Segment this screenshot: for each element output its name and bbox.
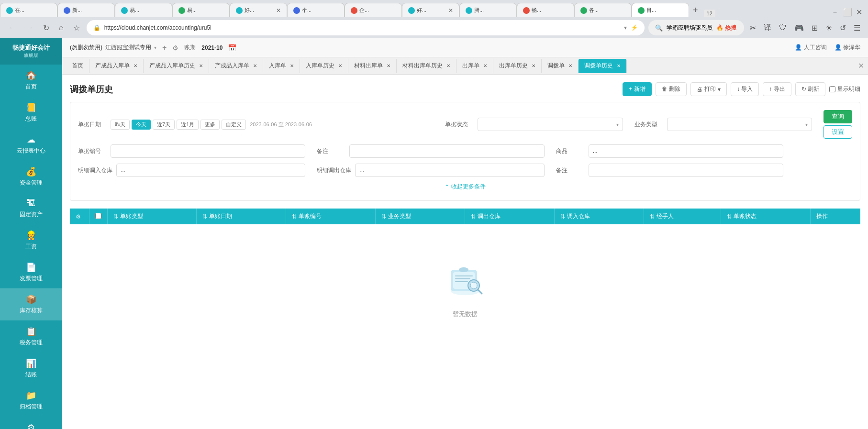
- collapse-button[interactable]: ⌃ 收起更多条件: [443, 181, 488, 193]
- date-btn-today[interactable]: 今天: [132, 120, 151, 130]
- scissors-icon[interactable]: ✂: [748, 22, 758, 34]
- home-button[interactable]: ⌂: [56, 22, 67, 34]
- add-company-button[interactable]: +: [162, 44, 167, 52]
- col-doc-no[interactable]: ⇅ 单账编号: [286, 209, 376, 224]
- export-button[interactable]: ↑ 导出: [763, 82, 791, 96]
- tab-transfer[interactable]: 调拨单 ✕: [542, 59, 579, 73]
- browser-tab-1[interactable]: 在...: [0, 3, 57, 17]
- game-icon[interactable]: 🎮: [792, 22, 806, 34]
- tab-in-hist[interactable]: 入库单历史 ✕: [300, 59, 348, 73]
- query-button[interactable]: 查询: [823, 110, 852, 123]
- minimize-button[interactable]: －: [831, 7, 839, 17]
- tab-out-hist[interactable]: 出库单历史 ✕: [493, 59, 542, 73]
- tab-close-in[interactable]: ✕: [290, 63, 294, 68]
- close-browser-button[interactable]: ✕: [856, 8, 862, 17]
- browser-tab-6[interactable]: 个...: [287, 3, 345, 17]
- tab-close-material-out[interactable]: ✕: [387, 63, 390, 68]
- delete-button[interactable]: 🗑 删除: [656, 82, 687, 96]
- company-settings-icon[interactable]: ⚙: [172, 44, 178, 52]
- tab-close-material-out-hist[interactable]: ✕: [446, 63, 450, 68]
- tab-material-out-hist[interactable]: 材料出库单历史 ✕: [397, 59, 456, 73]
- refresh-browser-button[interactable]: ↻: [40, 22, 52, 34]
- sidebar-item-ledger[interactable]: 📒 总账: [0, 97, 62, 129]
- sidebar-item-inventory[interactable]: 📦 库存核算: [0, 288, 62, 320]
- company-selector[interactable]: (勿删勿禁用) 江西服宝测试专用 ▾: [70, 44, 156, 52]
- grid-icon[interactable]: ⊞: [810, 22, 820, 34]
- forward-button[interactable]: →: [23, 22, 36, 34]
- browser-tab-12[interactable]: 目...: [632, 3, 689, 17]
- help-button[interactable]: 👤 人工咨询: [795, 44, 826, 52]
- display-toggle-checkbox[interactable]: [829, 86, 835, 92]
- tab-material-out[interactable]: 材料出库单 ✕: [348, 59, 397, 73]
- select-all-checkbox[interactable]: [95, 213, 101, 219]
- refresh-button[interactable]: ↻ 刷新: [795, 82, 825, 96]
- col-biz-type[interactable]: ⇅ 业务类型: [376, 209, 465, 224]
- menu-icon[interactable]: ☰: [852, 22, 862, 34]
- browser-tab-8[interactable]: 好... ✕: [402, 3, 459, 17]
- sidebar-item-payroll[interactable]: 👷 工资: [0, 224, 62, 256]
- biz-type-filter-select[interactable]: ▾: [667, 118, 812, 131]
- shield-icon[interactable]: 🛡: [777, 22, 789, 34]
- tab-close-transfer-hist[interactable]: ✕: [617, 63, 621, 68]
- tab-close-product-in2[interactable]: ✕: [253, 63, 257, 68]
- new-button[interactable]: + 新增: [623, 82, 651, 96]
- search-bar[interactable]: 🔍 学霸应聘场驱鸟员 🔥 热搜: [648, 20, 744, 35]
- date-btn-custom[interactable]: 自定义: [222, 120, 246, 130]
- detail-in-filter-select[interactable]: ...: [116, 164, 305, 177]
- tab-close-product-in[interactable]: ✕: [134, 63, 137, 68]
- user-avatar[interactable]: 👤 徐泽华: [835, 44, 860, 52]
- close-all-tabs-button[interactable]: ✕: [858, 61, 864, 70]
- col-handler[interactable]: ⇅ 经手人: [644, 209, 721, 224]
- address-box[interactable]: 🔒 https://cloud.chanjet.com/accounting/u…: [87, 20, 645, 35]
- tab-close-5[interactable]: ✕: [276, 7, 281, 14]
- date-btn-7days[interactable]: 近7天: [153, 120, 175, 130]
- status-filter-select[interactable]: ▾: [478, 118, 623, 131]
- print-button[interactable]: 🖨 打印 ▾: [690, 82, 727, 96]
- settings-filter-button[interactable]: 设置: [823, 125, 852, 139]
- tab-close-out-hist[interactable]: ✕: [532, 63, 535, 68]
- tab-transfer-hist[interactable]: 调拨单历史 ✕: [579, 59, 627, 73]
- tab-close-product-in-hist[interactable]: ✕: [199, 63, 203, 68]
- browser-tab-9[interactable]: 腾...: [459, 3, 517, 17]
- sidebar-item-home[interactable]: 🏠 首页: [0, 65, 62, 97]
- tab-close-in-hist[interactable]: ✕: [338, 63, 342, 68]
- sidebar-item-asset[interactable]: 🏗 固定资产: [0, 193, 62, 224]
- tab-product-in[interactable]: 产成品入库单 ✕: [89, 59, 144, 73]
- maximize-button[interactable]: ⬜: [843, 8, 852, 17]
- col-out-warehouse[interactable]: ⇅ 调出仓库: [465, 209, 555, 224]
- sidebar-item-archive[interactable]: 📁 归档管理: [0, 385, 62, 417]
- col-doc-date[interactable]: ⇅ 单账日期: [197, 209, 286, 224]
- tab-close-transfer[interactable]: ✕: [568, 63, 572, 68]
- extensions-icon[interactable]: ⚡: [631, 24, 638, 31]
- tab-in[interactable]: 入库单 ✕: [263, 59, 300, 73]
- col-in-warehouse[interactable]: ⇅ 调入仓库: [555, 209, 644, 224]
- docno-filter-input[interactable]: [111, 144, 305, 158]
- display-toggle-label[interactable]: 显示明细: [829, 85, 860, 93]
- sidebar-item-tax[interactable]: 📋 税务管理: [0, 320, 62, 352]
- translate-icon[interactable]: 译: [762, 21, 773, 35]
- browser-tab-3[interactable]: 易...: [115, 3, 172, 17]
- history-icon[interactable]: ↺: [838, 22, 848, 34]
- table-settings-icon[interactable]: ⚙: [76, 213, 81, 220]
- col-settings[interactable]: ⚙: [70, 209, 89, 224]
- browser-tab-11[interactable]: 各...: [574, 3, 632, 17]
- browser-tab-2[interactable]: 新...: [57, 3, 115, 17]
- tab-close-out[interactable]: ✕: [483, 63, 487, 68]
- sidebar-item-close[interactable]: 📊 结账: [0, 352, 62, 385]
- date-btn-1month[interactable]: 近1月: [177, 120, 199, 130]
- browser-tab-5[interactable]: 好... ✕: [230, 3, 287, 17]
- browser-tab-7[interactable]: 企...: [345, 3, 402, 17]
- col-checkbox[interactable]: [89, 209, 107, 224]
- date-btn-yesterday[interactable]: 昨天: [111, 120, 130, 130]
- sidebar-item-invoice[interactable]: 📄 发票管理: [0, 256, 62, 288]
- back-button[interactable]: ←: [6, 22, 19, 34]
- tab-out[interactable]: 出库单 ✕: [456, 59, 493, 73]
- date-btn-more[interactable]: 更多: [200, 120, 220, 130]
- tab-home[interactable]: 首页: [66, 59, 89, 73]
- tab-product-in2[interactable]: 产成品入库单 ✕: [209, 59, 263, 73]
- detail-remark-filter-input[interactable]: [589, 164, 783, 177]
- import-button[interactable]: ↓ 导入: [731, 82, 759, 96]
- tab-close-8[interactable]: ✕: [448, 7, 453, 14]
- sidebar-item-capital[interactable]: 💰 资金管理: [0, 161, 62, 193]
- sun-icon[interactable]: ☀: [823, 22, 834, 34]
